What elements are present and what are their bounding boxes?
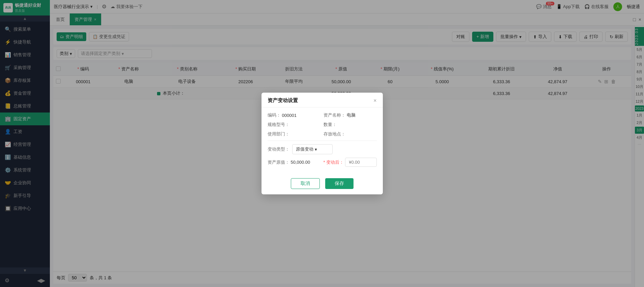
quantity-label: 数量： (324, 122, 337, 128)
cancel-btn[interactable]: 取消 (291, 178, 320, 189)
save-btn[interactable]: 保存 (325, 178, 354, 189)
change-type-select[interactable]: 原值变动 ▾ (292, 144, 333, 154)
dialog-overlay[interactable]: 资产变动设置 × 编码： 000001 资产名称： 电脑 规格型号： (0, 0, 644, 287)
change-type-label: 变动类型： (268, 146, 289, 152)
dialog-row-1: 编码： 000001 资产名称： 电脑 (268, 112, 377, 118)
dialog-row-3: 使用部门： 存放地点： (268, 131, 377, 137)
dialog-actions: 取消 保存 (262, 175, 383, 194)
field-asset-value: 资产原值： 50,000.00 (268, 159, 321, 165)
asset-value-value: 50,000.00 (291, 160, 310, 165)
field-after-change: * 变动后： (324, 158, 377, 167)
change-type-value: 原值变动 (296, 146, 313, 152)
field-asset-name: 资产名称： 电脑 (324, 112, 377, 118)
dialog-body: 编码： 000001 资产名称： 电脑 规格型号： 数量： (262, 107, 383, 175)
dialog-row-5: 资产原值： 50,000.00 * 变动后： (268, 158, 377, 167)
asset-name-value: 电脑 (347, 112, 356, 118)
change-type-dropdown-icon: ▾ (315, 147, 317, 152)
field-dept: 使用部门： (268, 131, 321, 137)
dialog-row-4: 变动类型： 原值变动 ▾ (268, 144, 377, 154)
asset-value-label: 资产原值： (268, 159, 289, 165)
dialog-header: 资产变动设置 × (262, 93, 383, 107)
field-code: 编码： 000001 (268, 112, 321, 118)
location-label: 存放地点： (324, 131, 345, 137)
dialog-title: 资产变动设置 (268, 97, 298, 104)
after-change-label: * 变动后： (324, 159, 344, 165)
field-spec: 规格型号： (268, 122, 321, 128)
dialog-row-2: 规格型号： 数量： (268, 122, 377, 128)
spec-label: 规格型号： (268, 122, 289, 128)
code-value: 000001 (282, 113, 297, 118)
dialog-close-btn[interactable]: × (373, 98, 376, 104)
dept-label: 使用部门： (268, 131, 289, 137)
asset-name-label: 资产名称： (324, 112, 345, 118)
asset-change-dialog: 资产变动设置 × 编码： 000001 资产名称： 电脑 规格型号： (262, 93, 383, 194)
after-change-input[interactable] (345, 158, 376, 167)
field-quantity: 数量： (324, 122, 377, 128)
dialog-divider (268, 140, 377, 141)
field-location: 存放地点： (324, 131, 377, 137)
code-label: 编码： (268, 112, 281, 118)
